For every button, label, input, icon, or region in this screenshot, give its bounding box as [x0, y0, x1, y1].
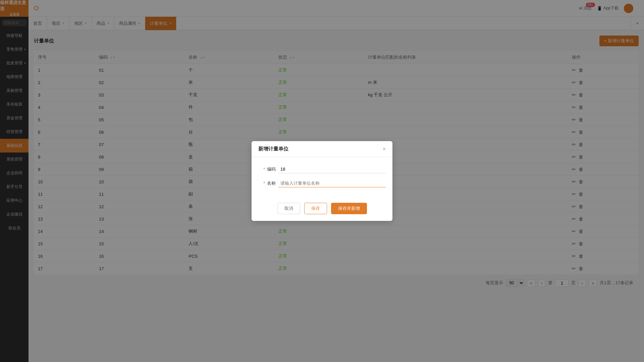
modal-close-button[interactable]: ×	[383, 146, 386, 152]
save-button[interactable]: 保存	[304, 203, 327, 214]
form-row-code: * 编码	[258, 165, 386, 173]
required-mark: *	[263, 181, 265, 186]
modal-body: * 编码 * 名称	[252, 157, 392, 199]
name-input[interactable]	[278, 179, 386, 187]
modal-title: 新增计量单位	[258, 146, 288, 152]
save-and-new-button[interactable]: 保存并新增	[331, 203, 367, 214]
code-input[interactable]	[278, 165, 386, 173]
cancel-button[interactable]: 取消	[277, 203, 300, 214]
modal-footer: 取消 保存 保存并新增	[252, 199, 392, 221]
form-row-name: * 名称	[258, 179, 386, 187]
name-label: * 名称	[258, 180, 278, 186]
modal-overlay: 新增计量单位 × * 编码 * 名称 取消 保存 保存并新增	[0, 0, 644, 362]
modal-header: 新增计量单位 ×	[252, 141, 392, 157]
code-label: * 编码	[258, 166, 278, 172]
add-unit-modal: 新增计量单位 × * 编码 * 名称 取消 保存 保存并新增	[252, 141, 392, 221]
required-mark: *	[263, 167, 265, 172]
